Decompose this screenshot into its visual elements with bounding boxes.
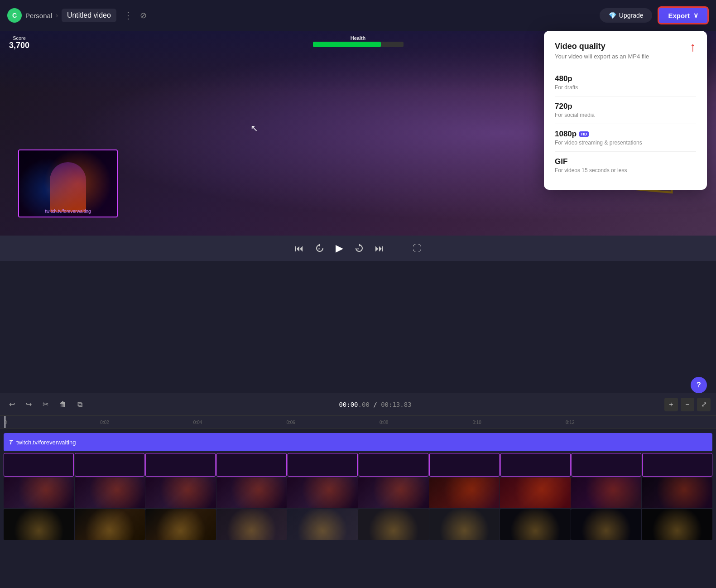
forward-button[interactable]: 5: [354, 243, 364, 253]
thumb-cell-9: [572, 453, 642, 477]
text-track[interactable]: T twitch.tv/foreverwaiting: [4, 433, 712, 451]
topbar-right: 💎 Upgrade Export ∨: [600, 6, 709, 24]
bottom-thumb-4: [216, 509, 287, 540]
thumb-cell-10: [642, 453, 712, 477]
video-thumb-2: [75, 477, 145, 508]
thumb-cell-1: [4, 453, 74, 477]
skip-start-button[interactable]: ⏮: [295, 243, 304, 254]
quality-option-1080p[interactable]: 1080p HD For video streaming & presentat…: [555, 124, 696, 152]
quality-name-720p: 720p: [555, 102, 696, 111]
video-thumb-4: [216, 477, 287, 508]
thumb-cell-6: [359, 453, 429, 477]
export-dropdown-subtitle: Your video will export as an MP4 file: [555, 53, 696, 60]
export-button[interactable]: Export ∨: [658, 6, 709, 24]
video-thumb-9: [571, 477, 642, 508]
ruler-tick-10: 0:10: [472, 419, 481, 424]
text-track-label: twitch.tv/foreverwaiting: [16, 439, 76, 446]
quality-option-480p[interactable]: 480p For drafts: [555, 69, 696, 96]
quality-desc-480p: For drafts: [555, 84, 696, 91]
bottom-thumb-9: [571, 509, 642, 540]
svg-text:5: 5: [318, 247, 321, 251]
thumb-cell-4: [216, 453, 287, 477]
timeline-area: ↩ ↪ ✂ 🗑 ⧉ 00:00.00 / 00:13.83 + − ⤢ 0 0:…: [0, 393, 716, 588]
ruler-tick-02: 0:02: [100, 419, 109, 424]
ruler-tick-04: 0:04: [193, 419, 202, 424]
bottom-thumb-5: [287, 509, 358, 540]
score-label: Score: [9, 35, 29, 41]
quality-option-720p[interactable]: 720p For social media: [555, 96, 696, 124]
video-thumb-6: [358, 477, 429, 508]
rewind-button[interactable]: 5: [315, 243, 325, 253]
health-bar: [313, 42, 404, 47]
fullscreen-button[interactable]: ⛶: [413, 244, 421, 253]
topbar: C Personal › Untitled video ⋮ ⊘ 💎 Upgrad…: [0, 0, 716, 31]
score-display: Score 3,700: [9, 35, 29, 50]
quality-name-1080p: 1080p HD: [555, 130, 696, 139]
bottom-thumb-10: [642, 509, 712, 540]
svg-marker-0: [318, 244, 320, 246]
collapse-button[interactable]: ⤢: [697, 398, 711, 411]
time-display: 00:00.00 / 00:13.83: [90, 401, 661, 408]
delete-button[interactable]: 🗑: [56, 398, 70, 411]
bottom-thumb-7: [429, 509, 500, 540]
quality-desc-gif: For videos 15 seconds or less: [555, 167, 696, 174]
thumbnail-strip: [4, 453, 712, 477]
export-dropdown: ↑ Video quality Your video will export a…: [544, 31, 707, 190]
zoom-out-button[interactable]: −: [681, 398, 694, 411]
gem-icon: 💎: [609, 12, 616, 19]
thumb-cell-5: [288, 453, 358, 477]
copy-button[interactable]: ⧉: [74, 398, 86, 411]
quality-name-gif: GIF: [555, 157, 696, 166]
quality-option-gif[interactable]: GIF For videos 15 seconds or less: [555, 152, 696, 179]
avatar: C: [7, 8, 22, 23]
time-current: 00:00.00: [339, 401, 373, 408]
streamer-cam: twitch.tv/foreverwaiting: [18, 149, 118, 217]
video-thumb-10: [642, 477, 712, 508]
workspace-name: Personal: [25, 12, 52, 19]
ruler-tick-06: 0:06: [286, 419, 295, 424]
bottom-thumb-3: [145, 509, 216, 540]
mouse-cursor: ↖: [250, 123, 258, 134]
svg-marker-2: [359, 244, 361, 246]
ruler-tick-12: 0:12: [566, 419, 574, 424]
streamer-url-overlay: twitch.tv/foreverwaiting: [45, 209, 91, 214]
more-options-button[interactable]: ⋮: [120, 8, 136, 23]
cut-button[interactable]: ✂: [39, 397, 52, 411]
help-button[interactable]: ?: [691, 377, 707, 393]
thumb-cell-2: [75, 453, 145, 477]
health-label: Health: [313, 35, 404, 41]
bottom-thumb-1: [4, 509, 74, 540]
video-thumb-5: [287, 477, 358, 508]
upgrade-button[interactable]: 💎 Upgrade: [600, 8, 653, 23]
project-title[interactable]: Untitled video: [62, 9, 116, 22]
export-dropdown-title: Video quality: [555, 42, 696, 51]
score-value: 3,700: [9, 41, 29, 50]
bottom-thumb-6: [358, 509, 429, 540]
arrow-indicator: ↑: [690, 40, 696, 54]
bottom-thumb-2: [75, 509, 145, 540]
timeline-ruler: 0 0:02 0:04 0:06 0:08 0:10 0:12: [0, 416, 716, 429]
video-thumb-1: [4, 477, 74, 508]
zoom-in-button[interactable]: +: [664, 398, 678, 411]
play-button[interactable]: ▶: [336, 242, 343, 254]
timeline-playhead[interactable]: [5, 416, 5, 428]
bottom-thumb-8: [500, 509, 571, 540]
streamer-cam-content: [19, 150, 117, 217]
hd-badge: HD: [579, 131, 589, 137]
streamer-silhouette: [50, 162, 86, 212]
cloud-save-icon: ⊘: [140, 10, 147, 20]
undo-button[interactable]: ↩: [5, 397, 19, 411]
breadcrumb-arrow: ›: [56, 12, 58, 19]
bottom-strip: [4, 509, 712, 540]
text-track-icon: T: [9, 439, 13, 446]
video-thumb-7: [429, 477, 500, 508]
redo-button[interactable]: ↪: [22, 397, 35, 411]
thumb-cell-7: [429, 453, 500, 477]
skip-end-button[interactable]: ⏭: [375, 243, 384, 254]
quality-name-480p: 480p: [555, 74, 696, 83]
video-strip: [4, 477, 712, 508]
quality-desc-1080p: For video streaming & presentations: [555, 140, 696, 146]
health-fill: [313, 42, 381, 47]
thumb-cell-8: [500, 453, 571, 477]
playback-bar: ⏮ 5 ▶ 5 ⏭ ⛶: [0, 236, 716, 261]
